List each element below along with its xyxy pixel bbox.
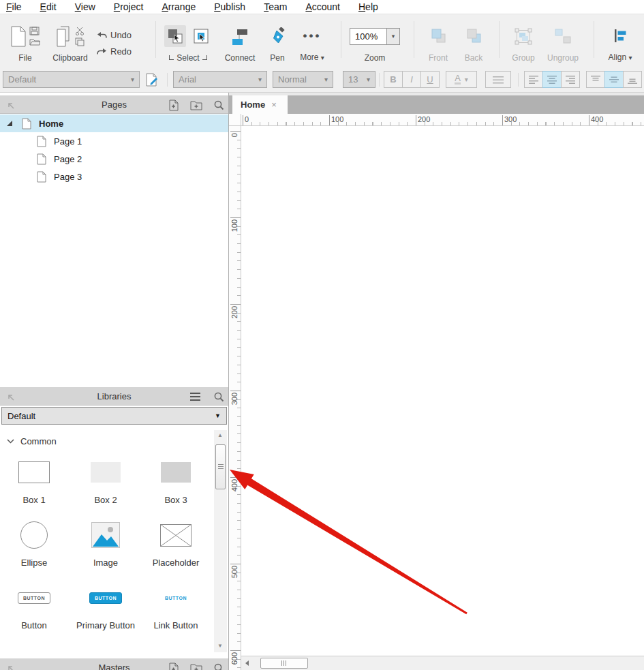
add-folder-icon[interactable] <box>190 99 202 111</box>
underline-button[interactable]: U <box>420 71 440 88</box>
paste-icon[interactable] <box>75 37 85 46</box>
ruler-label: 500 <box>230 566 239 578</box>
widget-primary-button[interactable]: BUTTON Primary Button <box>73 582 138 630</box>
library-select[interactable]: Default <box>1 407 227 425</box>
page-item-page1[interactable]: Page 1 <box>0 132 228 150</box>
library-scrollbar-thumb[interactable] <box>215 444 226 489</box>
placeholder-icon <box>160 524 191 547</box>
tab-home[interactable]: Home × <box>232 95 288 114</box>
group-button[interactable]: Group <box>506 19 540 63</box>
font-size-select[interactable]: 13 <box>343 71 375 88</box>
new-file-icon[interactable] <box>10 26 27 47</box>
library-section-common[interactable]: Common <box>7 436 57 446</box>
ungroup-button[interactable]: Ungroup <box>544 19 582 63</box>
widget-image[interactable]: Image <box>73 519 138 568</box>
align-center-icon <box>547 76 557 84</box>
menu-account[interactable]: Account <box>305 1 340 12</box>
more-tools-button[interactable]: ••• More <box>295 19 329 63</box>
file-tools-group[interactable]: File <box>4 19 46 63</box>
widget-placeholder[interactable]: Placeholder <box>143 519 209 568</box>
search-icon[interactable] <box>213 99 225 111</box>
select-mode-group: Select <box>161 19 215 63</box>
redo-button[interactable]: Redo <box>97 45 132 59</box>
edit-style-button[interactable] <box>144 72 159 87</box>
font-weight-select[interactable]: Normal <box>273 71 333 88</box>
menu-publish[interactable]: Publish <box>214 1 245 12</box>
pen-tool[interactable]: Pen <box>266 19 289 63</box>
ungroup-icon <box>554 28 572 45</box>
widget-box2[interactable]: Box 2 <box>73 457 138 505</box>
main-toolbar: File Clipboard Un <box>0 14 644 67</box>
font-family-select[interactable]: Arial <box>173 71 267 88</box>
line-spacing-button[interactable] <box>485 71 511 88</box>
zoom-value-input[interactable]: 100% <box>350 28 387 45</box>
page-icon <box>37 136 46 147</box>
bracket-right-icon <box>202 55 207 60</box>
horizontal-ruler: 0 100 200 300 400 <box>241 114 644 126</box>
menu-edit[interactable]: Edit <box>40 1 57 12</box>
scroll-left-icon[interactable] <box>245 660 249 666</box>
bold-button[interactable]: B <box>384 71 403 88</box>
stylebar-separator <box>379 73 380 87</box>
widget-button[interactable]: BUTTON Button <box>1 582 67 630</box>
ruler-label: 400 <box>230 479 239 491</box>
design-canvas[interactable] <box>241 126 644 656</box>
back-label: Back <box>465 53 483 63</box>
search-icon[interactable] <box>213 662 225 670</box>
zoom-caret-button[interactable] <box>387 28 400 45</box>
add-page-icon[interactable] <box>168 99 180 111</box>
bring-front-button[interactable]: Front <box>423 19 454 63</box>
line-spacing-icon <box>493 76 504 84</box>
tab-close-icon[interactable]: × <box>271 100 277 110</box>
align-left-button[interactable] <box>524 71 543 88</box>
select-intersect-icon[interactable] <box>164 25 186 47</box>
widget-box1[interactable]: Box 1 <box>1 457 67 505</box>
widget-box3[interactable]: Box 3 <box>143 457 209 505</box>
font-color-button[interactable]: A <box>446 71 477 88</box>
align-button[interactable]: Align <box>602 19 638 63</box>
undo-redo-group: Undo Redo <box>97 19 138 63</box>
page-item-label: Page 1 <box>54 136 82 147</box>
select-contain-icon[interactable] <box>190 25 212 47</box>
caret-down-icon <box>258 76 262 83</box>
add-folder-icon[interactable] <box>190 662 202 670</box>
toolbar-separator <box>341 21 341 58</box>
menu-help[interactable]: Help <box>358 1 378 12</box>
vertical-ruler: 0 100 200 300 400 500 600 <box>229 126 241 670</box>
save-icon[interactable] <box>29 27 40 35</box>
style-preset-select[interactable]: Default <box>3 71 140 88</box>
align-right-button[interactable] <box>561 71 580 88</box>
align-center-button[interactable] <box>542 71 562 88</box>
add-page-icon[interactable] <box>168 662 180 670</box>
menu-project[interactable]: Project <box>114 1 144 12</box>
undo-button[interactable]: Undo <box>97 29 132 42</box>
tree-expander-icon[interactable] <box>6 120 13 127</box>
canvas-hscrollbar[interactable] <box>241 656 644 670</box>
menu-file[interactable]: File <box>6 1 22 12</box>
copy-icon[interactable] <box>56 26 72 47</box>
widget-link-button[interactable]: BUTTON Link Button <box>143 582 209 630</box>
menu-view[interactable]: View <box>75 1 95 12</box>
open-folder-icon[interactable] <box>29 37 40 46</box>
valign-bottom-button[interactable] <box>623 71 642 88</box>
valign-middle-button[interactable] <box>604 71 624 88</box>
menu-arrange[interactable]: Arrange <box>162 1 196 12</box>
page-item-home[interactable]: Home <box>0 115 228 132</box>
valign-top-button[interactable] <box>586 71 605 88</box>
canvas-hscrollbar-thumb[interactable] <box>260 658 308 669</box>
italic-button[interactable]: I <box>402 71 421 88</box>
menu-team[interactable]: Team <box>264 1 287 12</box>
search-icon[interactable] <box>213 391 225 403</box>
page-item-page3[interactable]: Page 3 <box>0 168 228 185</box>
cut-icon[interactable] <box>75 27 85 35</box>
clipboard-tools-group[interactable]: Clipboard <box>49 19 91 63</box>
page-icon <box>22 118 31 130</box>
widget-ellipse[interactable]: Ellipse <box>1 519 67 568</box>
page-item-page2[interactable]: Page 2 <box>0 150 228 168</box>
scroll-down-icon[interactable]: ▼ <box>217 643 223 649</box>
align-right-icon <box>566 76 575 84</box>
scroll-up-icon[interactable]: ▲ <box>217 433 223 438</box>
connect-tool[interactable]: Connect <box>222 19 258 63</box>
menu-hamburger-icon[interactable] <box>189 391 201 403</box>
send-back-button[interactable]: Back <box>458 19 489 63</box>
